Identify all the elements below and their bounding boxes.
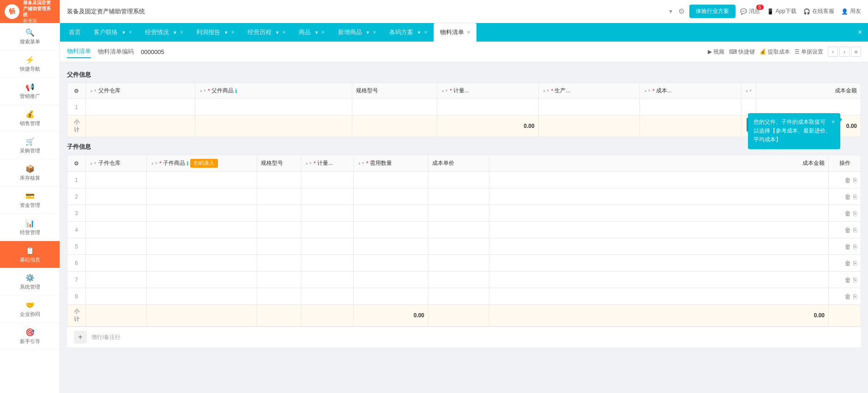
child-goods-cell[interactable] [147,205,257,222]
tab-close-icon[interactable]: × [322,29,325,36]
child-quantity-cell[interactable] [354,288,428,305]
child-goods-cell[interactable] [147,288,257,305]
child-unit-cell[interactable] [301,255,354,272]
tab-close-icon[interactable]: × [129,29,132,36]
tab-close-icon[interactable]: × [231,29,235,36]
child-unit-cell[interactable] [301,288,354,305]
child-quantity-cell[interactable] [354,188,428,205]
child-spec-cell[interactable] [257,222,301,238]
tab-profit[interactable]: 利润报告 ▼ × [190,23,241,42]
message-action[interactable]: 💬 消息 6 [740,7,760,15]
tab-close-icon[interactable]: × [283,29,286,36]
child-quantity-cell[interactable] [354,172,428,188]
delete-icon[interactable]: 🗑 [844,243,851,250]
child-unit-cell[interactable] [301,188,354,205]
tab-goods[interactable]: 商品 ▼ × [292,23,332,42]
delete-icon[interactable]: 🗑 [844,176,851,184]
child-unit-cell[interactable] [301,205,354,222]
child-spec-cell[interactable] [257,238,301,255]
child-cost-price-cell[interactable] [428,188,489,205]
child-unit-cell[interactable] [301,272,354,288]
video-action[interactable]: ▶ 视频 [708,48,724,56]
child-cost-price-cell[interactable] [428,172,489,188]
child-quantity-cell[interactable] [354,222,428,238]
delete-icon[interactable]: 🗑 [844,276,851,284]
copy-icon[interactable]: ⎘ [853,226,857,234]
child-cost-price-cell[interactable] [428,272,489,288]
close-all-tabs-button[interactable]: × [854,28,866,36]
child-goods-cell[interactable] [147,272,257,288]
app-download-action[interactable]: 📱 App下载 [767,7,796,15]
tab-bom[interactable]: 物料清单 × [434,23,476,42]
parent-produce-cell[interactable] [538,99,640,115]
add-row-button[interactable]: + [74,331,87,344]
delete-icon[interactable]: 🗑 [844,293,851,300]
parent-cost-cell[interactable] [640,99,741,115]
child-warehouse-cell[interactable] [86,238,147,255]
child-unit-cell[interactable] [301,222,354,238]
tab-customer[interactable]: 客户联络 ▼ × [87,23,139,42]
child-warehouse-cell[interactable] [86,205,147,222]
child-quantity-cell[interactable] [354,205,428,222]
tab-barcode[interactable]: 条码方案 ▼ × [383,23,434,42]
tab-operations[interactable]: 经营情况 ▼ × [139,23,190,42]
copy-icon[interactable]: ⎘ [853,193,857,200]
tab-new-goods[interactable]: 新增商品 ▼ × [332,23,383,42]
sidebar-item-guide[interactable]: 🎯 新手引导 [0,323,60,350]
delete-icon[interactable]: 🗑 [844,226,851,234]
child-warehouse-cell[interactable] [86,222,147,238]
sidebar-item-system[interactable]: ⚙️ 系统管理 [0,268,60,296]
tab-close-icon[interactable]: × [424,29,427,36]
copy-icon[interactable]: ⎘ [853,176,857,184]
tab-close-icon[interactable]: × [373,29,376,36]
tab-home[interactable]: 首页 [62,23,87,42]
child-goods-cell[interactable] [147,172,257,188]
tab-history[interactable]: 经营历程 ▼ × [241,23,292,42]
child-unit-cell[interactable] [301,238,354,255]
child-unit-cell[interactable] [301,172,354,188]
child-spec-cell[interactable] [257,272,301,288]
parent-col-settings[interactable]: ⚙ [67,83,86,99]
child-cost-price-cell[interactable] [428,205,489,222]
tooltip-close-button[interactable]: × [832,118,835,127]
parent-warehouse-cell[interactable] [86,99,195,115]
parent-spec-cell[interactable] [352,99,437,115]
doc-settings-action[interactable]: ☰ 单据设置 [795,48,823,56]
copy-icon[interactable]: ⎘ [853,293,857,300]
sidebar-item-finance[interactable]: 💳 资金管理 [0,187,60,214]
child-spec-cell[interactable] [257,255,301,272]
tab-close-icon[interactable]: × [180,29,183,36]
extract-cost-action[interactable]: 💰 提取成本 [760,48,790,56]
shortcut-action[interactable]: ⌨ 快捷键 [729,48,755,56]
child-warehouse-cell[interactable] [86,188,147,205]
sidebar-item-quick-nav[interactable]: ⚡ 快捷导航 [0,50,60,78]
child-quantity-cell[interactable] [354,255,428,272]
delete-icon[interactable]: 🗑 [844,210,851,217]
child-spec-cell[interactable] [257,205,301,222]
sidebar-item-operations[interactable]: 📊 经营管理 [0,214,60,241]
copy-icon[interactable]: ⎘ [853,243,857,250]
child-goods-cell[interactable] [147,222,257,238]
parent-goods-cell[interactable] [195,99,352,115]
trial-button[interactable]: 体验行业方案 [689,5,735,18]
delete-icon[interactable]: 🗑 [844,193,851,200]
child-warehouse-cell[interactable] [86,288,147,305]
scan-button[interactable]: 扫码录入 [190,159,218,168]
online-service-action[interactable]: 🎧 在线客服 [803,7,834,15]
child-quantity-cell[interactable] [354,238,428,255]
delete-icon[interactable]: 🗑 [844,260,851,267]
child-warehouse-cell[interactable] [86,255,147,272]
settings-gear-icon[interactable]: ⚙ [678,7,685,16]
child-goods-cell[interactable] [147,188,257,205]
copy-icon[interactable]: ⎘ [853,276,857,284]
copy-icon[interactable]: ⎘ [853,260,857,267]
child-quantity-cell[interactable] [354,272,428,288]
sidebar-item-purchase[interactable]: 🛒 采购管理 [0,132,60,159]
sidebar-item-search[interactable]: 🔍 搜索菜单 [0,23,60,50]
parent-unit-cell[interactable] [437,99,539,115]
menu-arrow[interactable]: ≡ [851,47,861,57]
child-spec-cell[interactable] [257,288,301,305]
child-cost-price-cell[interactable] [428,238,489,255]
sidebar-item-sales[interactable]: 💰 销售管理 [0,105,60,132]
child-cost-price-cell[interactable] [428,255,489,272]
